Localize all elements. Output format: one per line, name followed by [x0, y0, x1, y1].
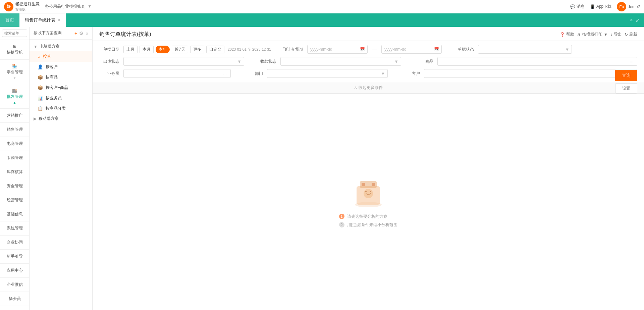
sidebar-item-newbie[interactable]: 新手引导 [0, 250, 29, 264]
by-order-icon: ○ [38, 54, 40, 59]
refresh-icon: ↻ [625, 32, 628, 37]
scheme-item-by-customer[interactable]: 👤 按客户 [30, 62, 92, 72]
query-button[interactable]: 查询 [615, 70, 637, 81]
sidebar-item-member[interactable]: 畅会员 [0, 292, 29, 306]
department-select[interactable] [267, 69, 388, 78]
sidebar-item-inventory[interactable]: 库存核算 [0, 165, 29, 179]
sidebar-item-shortcut[interactable]: ⊞ 快捷导航 [0, 40, 29, 60]
sidebar-item-finance[interactable]: 资金管理 [0, 179, 29, 193]
scheme-group-mobile: ▶ 移动端方案 [30, 114, 92, 123]
settings-button[interactable]: 设置 [615, 83, 637, 94]
page-title: 销售订单统计表(按单) [99, 31, 151, 38]
tab-home[interactable]: 首页 [0, 13, 19, 27]
doc-status-select[interactable] [478, 45, 572, 54]
salesperson-label: 业务员 [99, 71, 119, 76]
message-button[interactable]: 💬 消息 [570, 4, 585, 9]
scheme-item-by-product-category[interactable]: 📋 按商品分类 [30, 103, 92, 114]
scheme-group-mobile-header[interactable]: ▶ 移动端方案 [30, 114, 92, 123]
collection-status-select[interactable] [280, 57, 401, 66]
logo-area: 好 畅捷通好生意 标准版 [4, 2, 40, 11]
sidebar-item-marketing[interactable]: 营销推广 [0, 109, 29, 123]
export-button[interactable]: ↓ 导出 [610, 32, 622, 37]
shortcut-icon: ⊞ [13, 44, 16, 49]
tab-bar: 首页 销售订单统计表 × × ⤢ [0, 13, 644, 27]
scheme-list: ▼ 电脑端方案 ○ 按单 👤 按客户 📦 按商品 [30, 40, 92, 310]
app-download-button[interactable]: 📱 App下载 [590, 4, 611, 9]
page-header: 销售订单统计表(按单) ❓ 帮助 🖨 按模板打印 ▼ ↓ 导出 [93, 27, 644, 41]
expected-delivery-start-input[interactable] [307, 45, 368, 54]
sidebar: ⊞ 快捷导航 🏪 零售管理 ▼ 🏬 批发管理 ▲ 营销推广 销售管理 电商管理 … [0, 27, 30, 310]
date-btn-this-month[interactable]: 本月 [140, 46, 154, 53]
tab-sales-order-stat[interactable]: 销售订单统计表 × [19, 13, 66, 27]
salesperson-dots-icon[interactable]: ··· [222, 71, 228, 76]
date-btn-last-month[interactable]: 上月 [123, 46, 138, 53]
scheme-add-button[interactable]: + [74, 31, 77, 36]
filter-row-2: 出库状态 ▼ 收款状态 ▼ 商品 [99, 57, 637, 66]
user-menu[interactable]: Ea demo2 [617, 2, 640, 11]
sidebar-item-purchase[interactable]: 采购管理 [0, 151, 29, 165]
scheme-settings-button[interactable]: ⚙ [79, 31, 84, 36]
action-buttons: 查询 设置 [615, 70, 637, 94]
expected-delivery-end-input[interactable] [381, 45, 442, 54]
scheme-group-desktop-header[interactable]: ▼ 电脑端方案 [30, 42, 92, 51]
export-icon: ↓ [610, 32, 612, 37]
svg-rect-3 [362, 183, 365, 186]
tab-expand-icon[interactable]: ⤢ [636, 17, 640, 23]
sidebar-item-ecommerce[interactable]: 电商管理 [0, 137, 29, 151]
scheme-item-by-salesperson[interactable]: 📊 按业务员 [30, 93, 92, 103]
tab-close-icon[interactable]: × [58, 18, 60, 22]
scheme-group-mobile-arrow: ▶ [34, 116, 37, 121]
scheme-panel-actions: + ⚙ « [74, 31, 88, 36]
svg-point-6 [365, 191, 367, 192]
collapse-bar[interactable]: ∧ 收起更多条件 [93, 82, 644, 94]
scheme-item-by-order[interactable]: ○ 按单 [30, 51, 92, 62]
by-salesperson-icon: 📊 [38, 96, 43, 101]
sidebar-item-wechat[interactable]: 企业微信 [0, 278, 29, 292]
date-btn-last-7-days[interactable]: 近7天 [172, 46, 188, 53]
header-left: 好 畅捷通好生意 标准版 办公用品行业模拟账套 ▼ [4, 2, 92, 11]
sidebar-item-wholesale[interactable]: 🏬 批发管理 ▲ [0, 84, 29, 109]
tab-close-window-icon[interactable]: × [630, 17, 633, 23]
ship-status-select[interactable] [123, 57, 244, 66]
by-product-icon: 📦 [38, 75, 43, 80]
date-btn-custom[interactable]: 自定义 [206, 46, 224, 53]
workspace-title[interactable]: 办公用品行业模拟账套 ▼ [45, 4, 92, 9]
sidebar-item-enterprise[interactable]: 企业协同 [0, 236, 29, 250]
date-btn-this-year[interactable]: 本年 [156, 46, 170, 53]
sidebar-item-operation[interactable]: 经营管理 [0, 193, 29, 207]
content-area: 按以下方案查询 + ⚙ « ▼ 电脑端方案 ○ 按单 [30, 27, 644, 310]
hint-num-1: 1 [339, 214, 344, 219]
scheme-item-by-customer-product[interactable]: 📦 按客户+商品 [30, 83, 92, 93]
svg-point-5 [364, 189, 373, 198]
date-btn-more[interactable]: 更多 [190, 46, 204, 53]
message-icon: 💬 [570, 4, 575, 9]
sidebar-item-app-center[interactable]: 应用中心 [0, 264, 29, 278]
product-input[interactable] [437, 57, 637, 66]
doc-status-select-wrap: ▼ [478, 45, 572, 54]
scheme-collapse-button[interactable]: « [86, 31, 88, 36]
product-dots-icon[interactable]: ··· [628, 59, 635, 64]
scheme-group-desktop: ▼ 电脑端方案 ○ 按单 👤 按客户 📦 按商品 [30, 42, 92, 114]
template-print-button[interactable]: 🖨 按模板打印 ▼ [577, 32, 608, 37]
search-input[interactable] [2, 30, 27, 37]
scheme-item-by-product[interactable]: 📦 按商品 [30, 72, 92, 83]
doc-status-label: 单据状态 [454, 47, 474, 52]
sidebar-item-sales[interactable]: 销售管理 [0, 123, 29, 137]
filter-area: 单据日期 上月 本月 本年 近7天 更多 自定义 2023-01-01 至 20… [93, 41, 644, 82]
collapse-text: ∧ 收起更多条件 [354, 85, 382, 90]
salesperson-input[interactable] [123, 69, 231, 78]
print-arrow-icon: ▼ [604, 32, 608, 37]
empty-hints: 1 请先选择要分析的方案 2 用[过滤]条件来缩小分析范围 [339, 214, 398, 228]
refresh-button[interactable]: ↻ 刷新 [625, 32, 637, 37]
help-button[interactable]: ❓ 帮助 [560, 32, 574, 37]
customer-input[interactable] [424, 69, 637, 78]
retail-arrow-icon: ▼ [13, 76, 16, 80]
sidebar-item-basic[interactable]: 基础信息 [0, 207, 29, 221]
calendar-end-icon: 📅 [434, 47, 439, 52]
by-product-category-icon: 📋 [38, 106, 43, 111]
retail-icon: 🏪 [12, 64, 17, 68]
sidebar-item-system[interactable]: 系统管理 [0, 221, 29, 236]
wholesale-icon: 🏬 [12, 88, 17, 93]
sidebar-item-retail[interactable]: 🏪 零售管理 ▼ [0, 60, 29, 84]
customer-label: 客户 [400, 71, 420, 76]
